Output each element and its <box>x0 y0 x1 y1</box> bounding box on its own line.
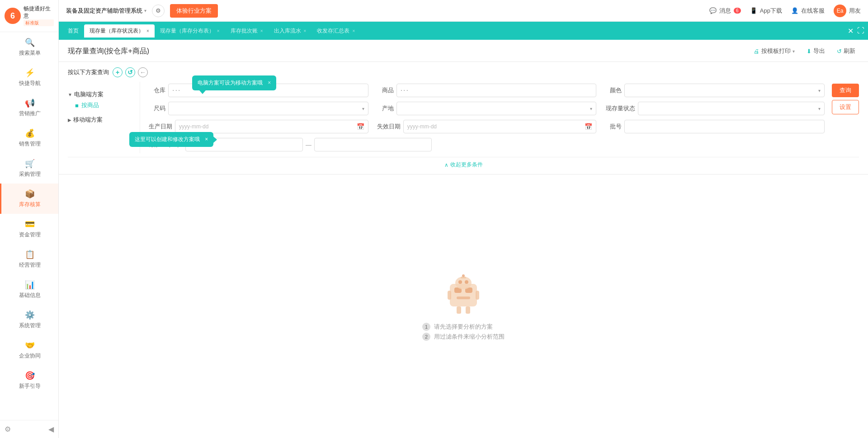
scheme-desktop[interactable]: ▼ 电脑端方案 <box>68 89 132 100</box>
refresh-scheme-button[interactable]: ↺ <box>125 67 135 77</box>
filter-field-size: 尺码 ▾ <box>147 102 368 115</box>
basic-icon: 📊 <box>25 280 35 290</box>
empty-state: 1 请先选择要分析的方案 2 用过滤条件来缩小分析范围 <box>59 174 868 438</box>
svg-rect-5 <box>476 291 479 300</box>
operations-icon: 📋 <box>25 250 35 259</box>
svg-point-10 <box>465 280 468 284</box>
inventory-icon: 📦 <box>25 189 35 199</box>
scheme-desktop-children: ■ 按商品 <box>68 100 132 111</box>
svg-rect-3 <box>457 297 470 299</box>
goods-label: 商品 <box>376 86 394 94</box>
refresh-icon: ↺ <box>837 48 842 55</box>
purchase-icon: 🛒 <box>25 159 35 169</box>
tab-bar: 首页 现存量（库存状况表） × 现存量（库存分布表） × 库存批次账 × 出入库… <box>59 22 868 40</box>
sidebar-item-basic[interactable]: 📊 基础信息 <box>0 274 58 305</box>
system-title: 装备及固定资产辅助管理系统 <box>66 7 142 15</box>
filter-row-2: 尺码 ▾ 产地 ▾ <box>147 102 825 115</box>
tooltip-bubble-2: 这里可以创建和修改方案哦 × <box>129 132 213 147</box>
filter-field-color: 颜色 ▾ <box>604 84 825 97</box>
collapse-button[interactable]: ∧ 收起更多条件 <box>444 161 483 169</box>
close-all-tabs-icon[interactable]: ✕ <box>848 27 854 35</box>
maximize-icon[interactable]: ⛶ <box>857 27 864 35</box>
reset-button[interactable]: 设置 <box>832 100 859 114</box>
gear-button[interactable]: ⚙ <box>152 5 165 17</box>
guide-icon: 🎯 <box>25 371 35 381</box>
avatar: Ea <box>834 5 846 17</box>
app-download-action[interactable]: 📱 App下载 <box>750 7 782 15</box>
close-tab-batch-accounts[interactable]: × <box>260 28 263 33</box>
size-input[interactable]: ▾ <box>168 102 368 115</box>
industry-button[interactable]: 体验行业方案 <box>170 4 218 18</box>
expire-date-input[interactable]: yyyy-mm-dd 📅 <box>403 120 597 133</box>
search-buttons: 查询 设置 <box>832 82 859 153</box>
tab-receive-summary[interactable]: 收发存汇总表 × <box>311 24 360 38</box>
sidebar-item-guide[interactable]: 🎯 新手引导 <box>0 365 58 396</box>
sidebar-footer: ⚙ ◀ <box>0 420 58 438</box>
filter-label-row: 按以下方案查询 + ↺ ← <box>68 67 859 77</box>
app-label: App下载 <box>760 7 782 15</box>
color-input[interactable]: ▾ <box>624 84 825 97</box>
message-icon: 💬 <box>709 7 717 14</box>
print-button[interactable]: 🖨 按模板打印 ▾ <box>750 45 798 57</box>
calendar-icon-produce: 📅 <box>357 123 364 130</box>
goods-input[interactable]: ··· <box>396 84 597 97</box>
sidebar-item-operations[interactable]: 📋 经营管理 <box>0 244 58 274</box>
close-tooltip1-button[interactable]: × <box>268 80 271 86</box>
message-badge: 6 <box>734 8 741 14</box>
sidebar-item-purchase[interactable]: 🛒 采购管理 <box>0 153 58 184</box>
export-button[interactable]: ⬇ 导出 <box>803 45 829 57</box>
tab-inout-flow[interactable]: 出入库流水 × <box>269 24 312 38</box>
app-icon: 📱 <box>750 7 757 14</box>
batch-no-label: 批号 <box>604 122 622 131</box>
sidebar-item-marketing[interactable]: 📢 营销推广 <box>0 93 58 123</box>
top-header: 装备及固定资产辅助管理系统 ▾ ⚙ 体验行业方案 💬 消息 6 📱 App下载 … <box>59 0 868 22</box>
close-tab-inventory-status[interactable]: × <box>146 28 149 33</box>
sidebar-item-system[interactable]: ⚙️ 系统管理 <box>0 305 58 335</box>
messages-action[interactable]: 💬 消息 6 <box>709 7 741 15</box>
sidebar-item-quick[interactable]: ⚡ 快捷导航 <box>0 62 58 93</box>
sidebar-item-enterprise[interactable]: 🤝 企业协同 <box>0 335 58 365</box>
filter-label: 按以下方案查询 <box>68 68 109 76</box>
finance-icon: 💳 <box>25 219 35 229</box>
export-icon: ⬇ <box>807 48 811 55</box>
refresh-button[interactable]: ↺ 刷新 <box>833 45 859 57</box>
tab-home[interactable]: 首页 <box>62 24 84 38</box>
enterprise-icon: 🤝 <box>25 340 35 350</box>
produce-date-label: 生产日期 <box>147 122 172 131</box>
svg-rect-4 <box>448 291 451 300</box>
settings-icon[interactable]: ⚙ <box>5 425 11 433</box>
stock-state-input[interactable]: ▾ <box>638 102 825 115</box>
sidebar-item-finance[interactable]: 💳 资金管理 <box>0 214 58 244</box>
scheme-by-goods[interactable]: ■ 按商品 <box>75 100 132 111</box>
filter-field-batch-no: 批号 <box>604 120 825 133</box>
produce-date-input[interactable]: yyyy-mm-dd 📅 <box>175 120 368 133</box>
tab-inventory-status[interactable]: 现存量（库存状况表） × <box>84 24 155 38</box>
tab-inventory-dist[interactable]: 现存量（库存分布表） × <box>155 24 225 38</box>
origin-label: 产地 <box>376 104 394 113</box>
logo-text: 畅捷通好生意 标准版 <box>24 5 54 26</box>
search-button[interactable]: 查询 <box>832 84 859 97</box>
warehouse-label: 仓库 <box>147 86 165 94</box>
user-profile[interactable]: Ea 用友 <box>834 5 861 17</box>
batch-no-input[interactable] <box>624 120 825 133</box>
filter-section: 按以下方案查询 + ↺ ← 电脑方案可设为移动方案哦 × ▼ 电脑端方案 <box>59 62 868 174</box>
close-tab-receive-summary[interactable]: × <box>352 28 355 33</box>
close-tooltip2-button[interactable]: × <box>205 136 208 142</box>
tab-batch-accounts[interactable]: 库存批次账 × <box>225 24 269 38</box>
scheme-mobile[interactable]: ▶ 移动端方案 <box>68 114 132 125</box>
close-tab-inventory-dist[interactable]: × <box>217 28 220 33</box>
collapse-sidebar-icon[interactable]: ◀ <box>48 425 54 433</box>
close-tab-inout-flow[interactable]: × <box>304 28 307 33</box>
origin-input[interactable]: ▾ <box>396 102 597 115</box>
filter-field-goods: 商品 ··· <box>376 84 597 97</box>
sidebar-item-search[interactable]: 🔍 搜索菜单 <box>0 32 58 62</box>
back-scheme-button[interactable]: ← <box>138 67 148 77</box>
stock-qty-to-input[interactable] <box>314 138 432 151</box>
sidebar-item-inventory[interactable]: 📦 库存核算 <box>0 184 58 214</box>
add-scheme-button[interactable]: + <box>113 67 123 77</box>
online-support-action[interactable]: 👤 在线客服 <box>791 7 825 15</box>
sidebar-item-sales[interactable]: 💰 销售管理 <box>0 123 58 153</box>
filter-icons: + ↺ ← <box>113 67 148 77</box>
logo-icon: 6 <box>5 8 21 24</box>
system-title-dropdown[interactable]: 装备及固定资产辅助管理系统 ▾ <box>66 7 146 15</box>
